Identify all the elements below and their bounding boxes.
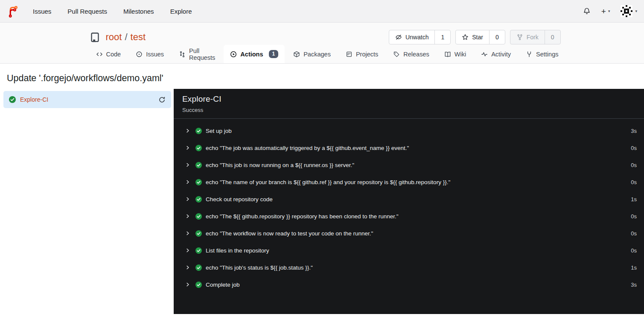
chevron-right-icon [185,145,190,150]
tab-label: Projects [356,51,378,58]
tab-projects[interactable]: Projects [339,45,385,63]
step-row[interactable]: echo "This job is now running on a ${{ r… [174,156,644,173]
step-label: echo "The name of your branch is ${{ git… [206,179,450,185]
tab-label: Wiki [455,51,466,58]
tab-label: Code [106,51,121,58]
repo-name-link[interactable]: test [131,32,146,43]
book-icon [444,51,451,58]
play-circle-icon [230,51,237,58]
chevron-right-icon [185,265,190,270]
step-duration: 0s [631,213,637,220]
star-icon [462,34,469,41]
star-button[interactable]: Star [456,30,489,44]
actions-count-badge: 1 [269,50,279,58]
tab-label: Releases [403,51,429,58]
tab-pull-requests[interactable]: Pull Requests [172,45,221,63]
tab-code[interactable]: Code [90,45,128,63]
step-row[interactable]: echo "The name of your branch is ${{ git… [174,173,644,191]
issue-circle-dot-icon [136,51,143,58]
navbar-item-milestones[interactable]: Milestones [123,8,154,15]
job-detail-name: Explore-CI [182,94,635,104]
check-circle-icon [195,145,202,151]
step-duration: 0s [631,230,637,237]
repo-header: root / test Unwatch 1 [0,23,644,64]
step-row[interactable]: Set up job 3s [174,122,644,139]
step-label: Set up job [206,128,232,134]
tab-packages[interactable]: Packages [287,45,337,63]
avatar [621,5,632,17]
step-duration: 0s [631,145,637,151]
check-circle-icon [195,179,202,185]
job-item-explore-ci[interactable]: Explore-CI [3,91,171,108]
refresh-icon[interactable] [158,96,166,103]
step-duration: 0s [631,179,637,185]
repo-tabs: Code Issues Pull Requests Actions 1 Pack… [84,45,561,63]
step-label: echo "This job's status is ${{ job.statu… [206,264,313,271]
package-cube-icon [293,51,300,58]
tab-releases[interactable]: Releases [387,45,435,63]
tab-settings[interactable]: Settings [519,45,565,63]
tab-label: Settings [536,51,558,58]
star-label: Star [472,34,483,41]
job-log-panel: Explore-CI Success Set up job 3s echo "T… [174,89,644,314]
navbar-right: + ▾ ▾ [583,5,637,17]
step-row[interactable]: Complete job 3s [174,276,644,293]
step-duration: 1s [631,196,637,203]
navbar-item-explore[interactable]: Explore [170,8,192,15]
forks-count[interactable]: 0 [545,30,560,44]
check-circle-icon [195,247,202,254]
step-row[interactable]: echo "The workflow is now ready to test … [174,225,644,242]
navbar-item-issues[interactable]: Issues [33,8,51,15]
unwatch-button[interactable]: Unwatch [389,30,434,44]
step-duration: 0s [631,162,637,168]
plus-icon: + [601,7,606,15]
tab-actions[interactable]: Actions 1 [224,45,285,63]
step-duration: 3s [631,282,637,288]
forgejo-logo-icon[interactable] [7,5,20,18]
step-list: Set up job 3s echo "The job was automati… [174,119,644,293]
run-content: Explore-CI Explore-CI Success Set up job… [0,89,644,314]
check-circle-icon [195,264,202,271]
fork-label: Fork [527,34,539,41]
create-new-dropdown[interactable]: + ▾ [601,7,610,15]
job-name: Explore-CI [20,96,48,103]
chevron-right-icon [185,282,190,287]
step-row[interactable]: Check out repository code 1s [174,191,644,208]
tab-label: Packages [303,51,331,58]
fork-button: Fork [510,30,545,44]
watchers-count[interactable]: 1 [434,30,450,44]
step-row[interactable]: List files in the repository 0s [174,242,644,259]
navbar-item-pull-requests[interactable]: Pull Requests [67,8,107,15]
step-duration: 1s [631,264,637,271]
tab-activity[interactable]: Activity [475,45,517,63]
step-label: echo "The workflow is now ready to test … [206,230,373,237]
step-duration: 3s [631,128,637,134]
user-menu-dropdown[interactable]: ▾ [621,5,637,17]
tab-wiki[interactable]: Wiki [438,45,472,63]
repo-action-buttons: Unwatch 1 Star 0 [389,30,561,44]
step-row[interactable]: echo "The ${{ github.repository }} repos… [174,208,644,225]
caret-down-icon: ▾ [608,9,610,13]
job-status-text: Success [182,107,635,113]
step-duration: 0s [631,247,637,254]
tab-label: Issues [146,51,164,58]
stars-count[interactable]: 0 [489,30,505,44]
chevron-right-icon [185,214,190,219]
job-sidebar: Explore-CI [0,89,174,314]
chevron-right-icon [185,248,190,253]
check-circle-icon [195,230,202,237]
repo-icon [90,32,100,43]
chevron-right-icon [185,197,190,202]
step-label: Complete job [206,282,240,288]
tab-issues[interactable]: Issues [129,45,170,63]
chevron-right-icon [185,179,190,185]
check-circle-icon [9,96,16,103]
step-label: echo "The job was automatically triggere… [206,145,409,151]
repo-path-separator: / [125,32,127,43]
step-row[interactable]: echo "This job's status is ${{ job.statu… [174,259,644,276]
star-button-group: Star 0 [455,30,505,44]
step-row[interactable]: echo "The job was automatically triggere… [174,139,644,156]
repo-owner-link[interactable]: root [106,32,122,43]
bell-icon[interactable] [583,7,591,15]
chevron-right-icon [185,162,190,167]
